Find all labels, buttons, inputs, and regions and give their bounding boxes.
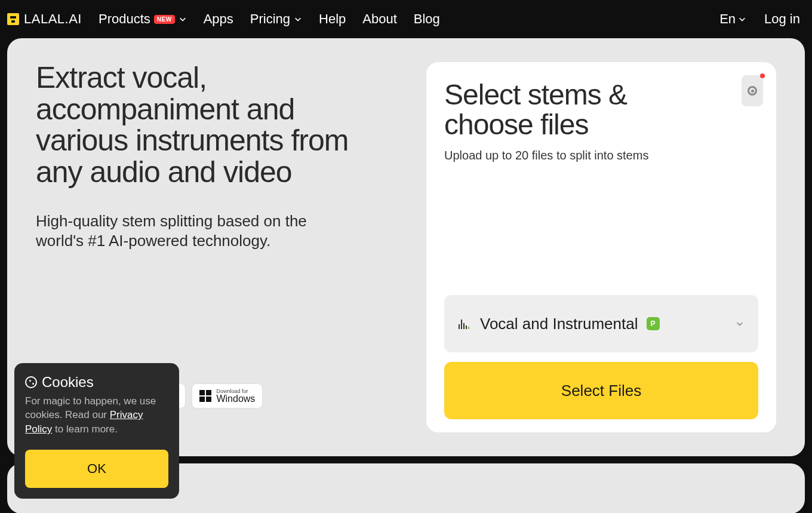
cookie-title-row: Cookies bbox=[25, 374, 168, 391]
nav-help[interactable]: Help bbox=[319, 11, 346, 27]
nav-help-label: Help bbox=[319, 11, 346, 27]
language-selector[interactable]: En bbox=[719, 11, 746, 27]
login-label: Log in bbox=[764, 11, 800, 26]
chevron-down-icon bbox=[736, 320, 744, 328]
nav-blog[interactable]: Blog bbox=[414, 11, 440, 27]
nav-about-label: About bbox=[362, 11, 397, 27]
windows-icon bbox=[199, 390, 211, 402]
logo[interactable]: LALAL.AI bbox=[7, 11, 82, 27]
nav-apps-label: Apps bbox=[204, 11, 233, 27]
phoenix-badge-icon: P bbox=[647, 317, 660, 330]
upload-panel: Select stems & choose files Upload up to… bbox=[426, 62, 776, 432]
login-link[interactable]: Log in bbox=[764, 11, 800, 27]
badge-new: NEW bbox=[154, 15, 175, 24]
nav-blog-label: Blog bbox=[414, 11, 440, 27]
cookie-consent-modal: Cookies For magic to happen, we use cook… bbox=[14, 363, 179, 499]
upload-title: Select stems & choose files bbox=[444, 80, 707, 140]
nav-pricing-label: Pricing bbox=[250, 11, 290, 27]
nav-pricing[interactable]: Pricing bbox=[250, 11, 302, 27]
settings-button[interactable] bbox=[742, 75, 763, 106]
cookie-icon bbox=[25, 376, 37, 388]
upload-subtitle: Upload up to 20 files to split into stem… bbox=[444, 149, 758, 162]
stem-type-label: Vocal and Instrumental bbox=[480, 315, 638, 333]
nav-apps[interactable]: Apps bbox=[204, 11, 233, 27]
gear-icon bbox=[748, 86, 757, 96]
nav-products-label: Products bbox=[99, 11, 150, 27]
cookie-text-2: to learn more. bbox=[52, 423, 118, 435]
chevron-down-icon bbox=[179, 15, 187, 23]
waveform-icon bbox=[459, 318, 472, 329]
top-nav: LALAL.AI Products NEW Apps Pricing Help … bbox=[0, 0, 812, 38]
cookie-ok-label: OK bbox=[87, 461, 106, 477]
chevron-down-icon bbox=[294, 15, 302, 23]
download-windows-label: Windows bbox=[216, 394, 255, 404]
cookie-ok-button[interactable]: OK bbox=[25, 450, 168, 488]
chevron-down-icon bbox=[738, 15, 746, 23]
hero-title: Extract vocal, accompaniment and various… bbox=[36, 62, 394, 188]
download-windows[interactable]: Download for Windows bbox=[192, 383, 263, 408]
stem-type-dropdown[interactable]: Vocal and Instrumental P bbox=[444, 295, 758, 352]
cookie-body: For magic to happen, we use cookies. Rea… bbox=[25, 394, 168, 437]
nav-products[interactable]: Products NEW bbox=[99, 11, 187, 27]
cookie-title: Cookies bbox=[42, 374, 94, 391]
logo-text: LALAL.AI bbox=[24, 11, 82, 27]
language-label: En bbox=[719, 11, 736, 27]
logo-icon bbox=[7, 13, 19, 25]
nav-links: Products NEW Apps Pricing Help About Blo… bbox=[99, 11, 440, 27]
select-files-button[interactable]: Select Files bbox=[444, 362, 758, 419]
hero-subtitle: High-quality stem splitting based on the… bbox=[36, 211, 346, 250]
select-files-label: Select Files bbox=[561, 382, 641, 400]
nav-about[interactable]: About bbox=[362, 11, 397, 27]
